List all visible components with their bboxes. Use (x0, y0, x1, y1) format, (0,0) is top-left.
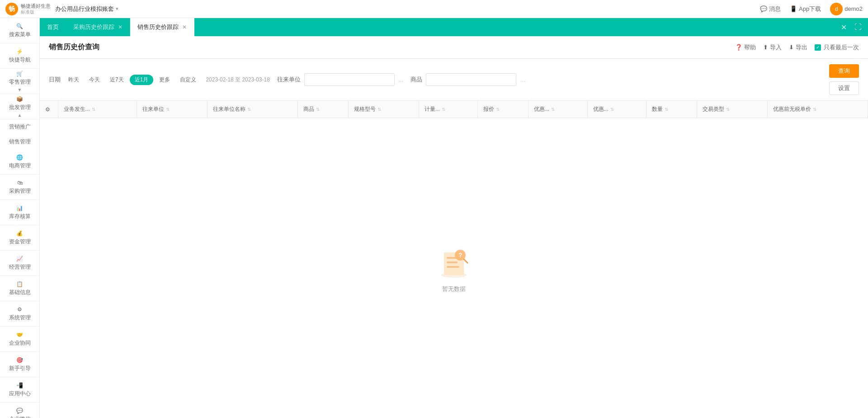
goods-picker-btn[interactable]: ... (520, 76, 525, 83)
ecommerce-icon: 🌐 (16, 154, 23, 161)
sidebar-item-system[interactable]: ⚙ 系统管理 (0, 301, 39, 327)
system-icon: ⚙ (17, 306, 22, 313)
sidebar-item-retail-mgmt[interactable]: 🛒 零售管理 ▼ (0, 69, 39, 94)
sort-icon: ⇅ (496, 107, 500, 112)
basic-icon: 📋 (16, 281, 23, 287)
partner-input[interactable] (304, 73, 395, 86)
th-spec[interactable]: 规格型号 ⇅ (348, 101, 419, 118)
export-btn[interactable]: ⬇ 导出 (789, 43, 807, 52)
th-partner-code[interactable]: 往来单位 ⇅ (137, 101, 207, 118)
only-last-checkbox[interactable]: ✓ 只看最后一次 (815, 43, 859, 52)
data-table: ⚙ 业务发生... ⇅ 往来单位 (40, 101, 868, 118)
partner-picker-btn[interactable]: ... (398, 76, 404, 83)
th-pretax-price[interactable]: 优惠前无税单价 ⇅ (767, 101, 868, 118)
th-discount2[interactable]: 优惠... ⇅ (587, 101, 646, 118)
checkbox-checked-icon: ✓ (815, 44, 821, 51)
close-tab-btn[interactable]: ✕ (837, 21, 850, 33)
tab-sales-history[interactable]: 销售历史价跟踪 ✕ (130, 18, 194, 36)
app-icon: 📲 (16, 382, 23, 389)
sidebar-item-sales-mgmt[interactable]: 销售管理 (0, 134, 39, 149)
tab-bar: 首页 采购历史价跟踪 ✕ 销售历史价跟踪 ✕ ✕ ⛶ (40, 18, 868, 36)
svg-text:?: ? (458, 252, 462, 259)
help-icon: ❓ (735, 44, 742, 51)
tab-close-sales[interactable]: ✕ (182, 24, 187, 30)
tab-close-purchase[interactable]: ✕ (118, 24, 123, 30)
app-download-btn[interactable]: 📱 App下载 (790, 5, 821, 13)
finance-icon: 💰 (16, 230, 23, 237)
sort-icon: ⇅ (316, 107, 320, 112)
th-unit[interactable]: 计量... ⇅ (419, 101, 477, 118)
sort-icon: ⇅ (247, 107, 251, 112)
partner-filter-group: 往来单位 ... (277, 73, 404, 86)
import-btn[interactable]: ⬆ 导入 (763, 43, 782, 52)
content-area: 销售历史价查询 ❓ 帮助 ⬆ 导入 ⬇ 导出 ✓ (40, 36, 868, 418)
sidebar-item-finance[interactable]: 💰 资金管理 (0, 225, 39, 251)
inventory-icon: 📊 (16, 205, 23, 211)
import-icon: ⬆ (763, 44, 768, 51)
maximize-btn[interactable]: ⛶ (852, 21, 864, 33)
sidebar-item-app-center[interactable]: 📲 应用中心 (0, 377, 39, 403)
message-btn[interactable]: 💬 消息 (760, 5, 781, 13)
goods-filter-group: 商品 ... (410, 73, 525, 86)
tab-home[interactable]: 首页 (40, 18, 66, 36)
th-quantity[interactable]: 数量 ⇅ (646, 101, 697, 118)
sidebar-item-quick-nav[interactable]: ⚡ 快捷导航 (0, 43, 39, 69)
date-btn-7days[interactable]: 近7天 (106, 75, 128, 85)
guide-icon: 🎯 (16, 357, 23, 363)
settings-button[interactable]: 设置 (829, 81, 859, 95)
svg-rect-3 (447, 261, 458, 263)
table-area: ⚙ 业务发生... ⇅ 往来单位 (40, 101, 868, 418)
date-btn-today[interactable]: 今天 (85, 75, 104, 85)
sort-icon: ⇅ (551, 107, 555, 112)
goods-input[interactable] (426, 73, 516, 86)
sidebar-item-wholesale-mgmt[interactable]: 📦 批发管理 ▲ (0, 94, 39, 119)
th-biz-date[interactable]: 业务发生... ⇅ (58, 101, 137, 118)
sidebar-item-new-guide[interactable]: 🎯 新手引导 (0, 352, 39, 377)
th-discount1[interactable]: 优惠... ⇅ (528, 101, 587, 118)
sort-icon: ⇅ (377, 107, 381, 112)
wechat-icon: 💬 (16, 408, 23, 414)
user-profile[interactable]: d demo2 (830, 3, 863, 15)
export-icon: ⬇ (789, 44, 794, 51)
page-title-actions: ❓ 帮助 ⬆ 导入 ⬇ 导出 ✓ 只看最后一次 (735, 43, 859, 52)
sort-icon: ⇅ (726, 107, 730, 112)
main-layout: 🔍 搜索菜单 ⚡ 快捷导航 🛒 零售管理 ▼ 📦 批发管理 ▲ 营销推广 销售管… (0, 18, 868, 418)
empty-state: ? 暂无数据 (40, 118, 868, 418)
sidebar-item-ecommerce[interactable]: 🌐 电商管理 (0, 149, 39, 175)
help-btn[interactable]: ❓ 帮助 (735, 43, 756, 52)
sidebar-item-search-menu[interactable]: 🔍 搜索菜单 (0, 18, 39, 43)
goods-label: 商品 (410, 76, 422, 84)
tab-purchase-history[interactable]: 采购历史价跟踪 ✕ (66, 18, 130, 36)
th-quote-price[interactable]: 报价 ⇅ (478, 101, 528, 118)
sidebar-item-marketing[interactable]: 营销推广 (0, 119, 39, 134)
chevron-down-icon: ▾ (116, 6, 118, 12)
empty-illustration: ? (436, 243, 472, 280)
sidebar-item-purchase[interactable]: 🛍 采购管理 (0, 175, 39, 200)
sort-icon: ⇅ (665, 107, 668, 112)
th-trade-type[interactable]: 交易类型 ⇅ (697, 101, 767, 118)
query-button[interactable]: 查询 (829, 64, 859, 78)
sidebar-item-basic-info[interactable]: 📋 基础信息 (0, 276, 39, 301)
date-btn-yesterday[interactable]: 昨天 (64, 75, 83, 85)
sort-icon: ⇅ (442, 107, 445, 112)
nav-icon: ⚡ (16, 48, 23, 55)
sidebar-item-enterprise-collab[interactable]: 🤝 企业协同 (0, 327, 39, 352)
th-partner-name[interactable]: 往来单位名称 ⇅ (207, 101, 297, 118)
date-btn-1month[interactable]: 近1月 (130, 75, 154, 85)
date-filter-group: 日期 昨天 今天 近7天 近1月 更多 自定义 2023-02-18 至 202… (49, 75, 270, 85)
th-settings[interactable]: ⚙ (40, 101, 58, 118)
svg-line-7 (464, 259, 467, 263)
workspace-selector[interactable]: 办公用品行业模拟账套 ▾ (55, 5, 118, 13)
chevron-up-icon: ▲ (18, 113, 22, 118)
partner-label: 往来单位 (277, 76, 301, 84)
filter-action-btns: 查询 设置 (829, 64, 859, 95)
th-goods[interactable]: 商品 ⇅ (297, 101, 348, 118)
sidebar-item-enterprise-wechat[interactable]: 💬 企业微信 (0, 403, 39, 418)
empty-text: 暂无数据 (442, 285, 466, 293)
date-btn-more[interactable]: 更多 (155, 75, 174, 85)
header-left: 畅 畅捷通好生意 标准版 办公用品行业模拟账套 ▾ (5, 3, 118, 15)
sidebar-item-operations[interactable]: 📈 经营管理 (0, 251, 39, 276)
sidebar-item-inventory[interactable]: 📊 库存核算 (0, 200, 39, 225)
date-btn-custom[interactable]: 自定义 (176, 75, 200, 85)
top-header: 畅 畅捷通好生意 标准版 办公用品行业模拟账套 ▾ 💬 消息 📱 App下载 d… (0, 0, 868, 18)
